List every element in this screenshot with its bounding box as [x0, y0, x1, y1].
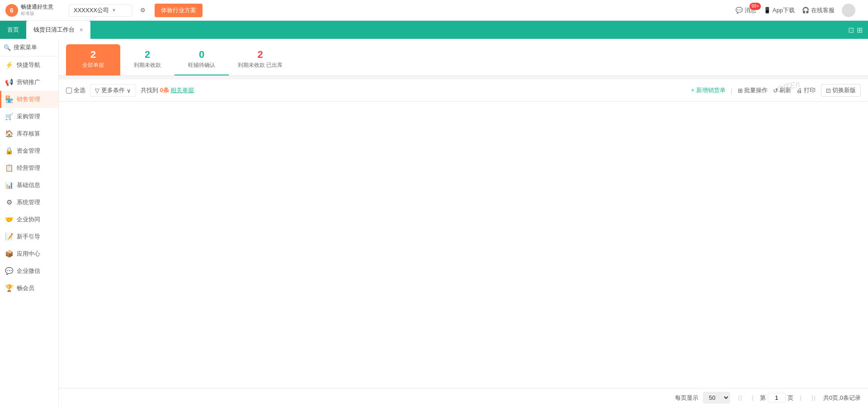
sidebar-item-enterprise[interactable]: 🤝 企业协同	[0, 211, 58, 228]
page-total: 共0页,0条记录	[823, 394, 861, 402]
online-service-label: 在线客服	[811, 6, 835, 14]
per-page-select[interactable]: 50 10 20 100	[703, 392, 730, 403]
sidebar-label-quick-nav: 快捷导航	[17, 61, 40, 69]
mobile-icon: 📱	[764, 7, 771, 14]
search-menu-item[interactable]: 🔍 搜索菜单	[0, 39, 58, 56]
more-filters-button[interactable]: ▽ 更多条件 ∨	[90, 84, 136, 97]
sidebar-item-member[interactable]: 🏆 畅会员	[0, 280, 58, 297]
page-nav: ⟨⟨ ⟨ 第 页 ⟩ ⟩⟩	[735, 393, 819, 403]
sidebar-item-operations[interactable]: 📋 经营管理	[0, 159, 58, 177]
app-download-label: App下载	[773, 6, 795, 14]
sidebar-label-marketing: 营销推广	[17, 78, 40, 86]
last-page-button[interactable]: ⟩⟩	[808, 393, 819, 403]
stat-tab-pending[interactable]: 0 旺辅待确认	[175, 44, 229, 75]
message-icon: 💬	[736, 7, 743, 14]
marketing-icon: 📢	[5, 78, 13, 86]
sidebar-item-wechat[interactable]: 💬 企业微信	[0, 262, 58, 280]
tab-workbench[interactable]: 钱货日清工作台 ✕	[26, 21, 90, 39]
sidebar-label-enterprise: 企业协同	[17, 215, 40, 224]
basic-info-icon: 📊	[5, 181, 13, 189]
batch-button[interactable]: ⊞ 批量操作	[738, 86, 768, 94]
sidebar-item-quick-nav[interactable]: ⚡ 快捷导航	[0, 56, 58, 74]
stat-tab-all[interactable]: 2 全部单据	[66, 44, 120, 75]
page-label-2: 页	[788, 394, 793, 402]
wechat-icon: 💬	[5, 267, 13, 275]
filter-icon: ▽	[95, 87, 99, 94]
company-selector[interactable]: XXXXXX公司 ▼	[69, 4, 132, 17]
stat-tab-overdue[interactable]: 2 到期未收款	[120, 44, 175, 75]
sidebar-item-sales[interactable]: 🏪 销售管理	[0, 91, 58, 108]
main-layout: 🔍 搜索菜单 ⚡ 快捷导航 📢 营销推广 🏪 销售管理 🛒 采购管理 🏠 库存核…	[0, 39, 868, 407]
sidebar-label-guide: 新手引导	[17, 233, 40, 241]
app-badge: 标准版	[21, 10, 53, 17]
stat-num-all: 2	[75, 49, 111, 61]
header-right: 💬 消息 99+ 📱 App下载 🎧 在线客服	[736, 4, 863, 17]
app-download-button[interactable]: 📱 App下载	[764, 6, 795, 14]
stat-num-pending: 0	[184, 49, 220, 61]
select-all-input[interactable]	[66, 88, 72, 94]
member-icon: 🏆	[5, 284, 13, 292]
refresh-label: 刷新	[779, 86, 791, 94]
sidebar-label-member: 畅会员	[17, 284, 34, 292]
toolbar: 全选 ▽ 更多条件 ∨ 共找到 0条 相关单据 + 新增销货单 | ⊞	[59, 80, 868, 102]
chevron-down-icon: ∨	[127, 87, 131, 94]
avatar[interactable]	[842, 4, 855, 17]
stats-tabs: 2 全部单据 2 到期未收款 0 旺辅待确认 2 到期未收款 已出库	[59, 39, 868, 76]
pagination-bar: 每页显示 50 10 20 100 ⟨⟨ ⟨ 第 页 ⟩ ⟩⟩ 共0页,0条记录	[59, 388, 868, 407]
sidebar-item-guide[interactable]: 📝 新手引导	[0, 228, 58, 245]
page-input[interactable]	[768, 393, 786, 402]
sidebar-item-marketing[interactable]: 📢 营销推广	[0, 74, 58, 91]
refresh-button[interactable]: ↺ 刷新	[773, 86, 791, 94]
sidebar-label-inventory: 库存核算	[17, 130, 40, 138]
select-all-checkbox[interactable]: 全选	[66, 86, 85, 94]
toolbar-left: 全选 ▽ 更多条件 ∨ 共找到 0条 相关单据	[66, 84, 685, 97]
logo-icon: 6	[5, 4, 18, 17]
operations-icon: 📋	[5, 164, 13, 172]
stat-label-all: 全部单据	[75, 61, 111, 69]
sidebar-item-purchase[interactable]: 🛒 采购管理	[0, 108, 58, 125]
sidebar-item-app-center[interactable]: 📦 应用中心	[0, 245, 58, 262]
top-header: 6 畅捷通好生意 标准版 XXXXXX公司 ▼ ⚙ 体验行业方案 💬 消息 99…	[0, 0, 868, 21]
add-order-button[interactable]: + 新增销货单	[691, 86, 725, 94]
sidebar-item-system[interactable]: ⚙ 系统管理	[0, 194, 58, 211]
sidebar-label-purchase: 采购管理	[17, 112, 40, 121]
tab-actions: ⊡ ⊞	[848, 26, 868, 34]
tab-home[interactable]: 首页	[0, 21, 26, 39]
expand-icon[interactable]: ⊞	[857, 26, 863, 34]
switch-version-button[interactable]: ⊡ 切换新版	[821, 84, 861, 97]
online-service-button[interactable]: 🎧 在线客服	[802, 6, 835, 14]
workbench-tab-label: 钱货日清工作台	[33, 26, 75, 34]
toolbar-right: + 新增销货单 | ⊞ 批量操作 ↺ 刷新 🖨 打印 ⊡ 切换新版	[691, 84, 861, 97]
settings-button[interactable]: ⚙	[136, 3, 150, 18]
batch-label: 批量操作	[744, 86, 768, 94]
prev-page-button[interactable]: ⟨	[747, 393, 758, 403]
stat-label-overdue-shipped: 到期未收款 已出库	[238, 61, 283, 69]
message-badge: 99+	[750, 3, 761, 10]
guide-icon: 📝	[5, 233, 13, 241]
related-link[interactable]: 相关单据	[170, 87, 194, 94]
gear-icon: ⚙	[140, 7, 146, 14]
switch-icon: ⊡	[826, 87, 831, 94]
sidebar-item-inventory[interactable]: 🏠 库存核算	[0, 125, 58, 142]
sidebar-item-finance[interactable]: 🔒 资金管理	[0, 142, 58, 159]
print-label: 打印	[804, 86, 816, 94]
tab-close-icon[interactable]: ✕	[79, 27, 83, 33]
minimize-icon[interactable]: ⊡	[848, 26, 854, 34]
logo-area: 6 畅捷通好生意 标准版	[5, 4, 64, 17]
per-page-label: 每页显示	[675, 394, 698, 402]
inventory-icon: 🏠	[5, 130, 13, 138]
stat-tab-overdue-shipped[interactable]: 2 到期未收款 已出库	[229, 44, 292, 75]
search-menu-label: 搜索菜单	[14, 43, 37, 51]
company-name: XXXXXX公司	[74, 6, 109, 14]
next-page-button[interactable]: ⟩	[795, 393, 806, 403]
sidebar-label-finance: 资金管理	[17, 147, 40, 155]
search-icon: 🔍	[4, 44, 11, 51]
stat-label-pending: 旺辅待确认	[184, 61, 220, 69]
print-button[interactable]: 🖨 打印	[797, 86, 816, 94]
sidebar-item-basic-info[interactable]: 📊 基础信息	[0, 177, 58, 194]
trial-button[interactable]: 体验行业方案	[155, 4, 203, 17]
message-button[interactable]: 💬 消息 99+	[736, 6, 756, 14]
sidebar-label-basic-info: 基础信息	[17, 181, 40, 189]
dropdown-arrow-icon: ▼	[112, 8, 116, 13]
first-page-button[interactable]: ⟨⟨	[735, 393, 745, 403]
